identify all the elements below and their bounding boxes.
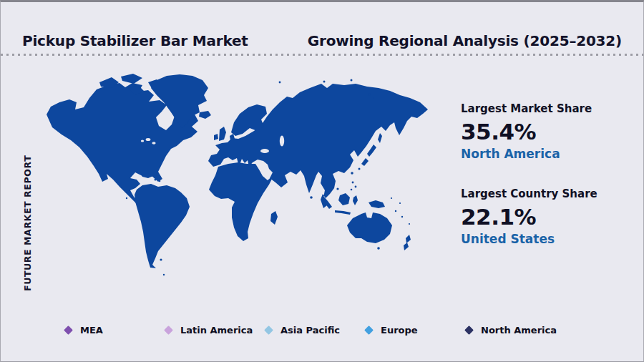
legend: MEA Latin America Asia Pacific Europe No… (65, 320, 629, 340)
page-title: Pickup Stabilizer Bar Market (22, 32, 248, 49)
dotted-divider (1, 54, 643, 56)
continent-south-america (135, 184, 190, 268)
stat-region: United States (461, 232, 640, 246)
continent-australia (347, 212, 392, 243)
legend-label: Latin America (180, 325, 253, 336)
legend-item-north-america: North America (466, 325, 566, 336)
world-map (44, 67, 434, 281)
legend-item-europe: Europe (366, 325, 466, 336)
stat-country-share: Largest Country Share 22.1% United State… (461, 187, 640, 246)
infographic-frame: Pickup Stabilizer Bar Market Growing Reg… (0, 0, 644, 362)
legend-label: Asia Pacific (280, 325, 340, 336)
subtitle: Growing Regional Analysis (2025–2032) (308, 32, 622, 49)
report-watermark: FUTURE MARKET REPORT (22, 168, 33, 291)
diamond-marker-icon (64, 326, 73, 335)
legend-label: MEA (80, 325, 103, 336)
diamond-marker-icon (264, 326, 273, 335)
stat-market-share: Largest Market Share 35.4% North America (461, 102, 640, 161)
indonesia-islands (321, 193, 385, 215)
stats-panel: Largest Market Share 35.4% North America… (461, 102, 640, 273)
header: Pickup Stabilizer Bar Market Growing Reg… (1, 2, 643, 54)
british-isles (214, 127, 226, 141)
stat-label: Largest Country Share (461, 187, 640, 200)
legend-item-mea: MEA (65, 325, 165, 336)
continent-africa (209, 162, 274, 241)
world-map-container (44, 67, 434, 281)
stat-label: Largest Market Share (461, 102, 640, 115)
diamond-marker-icon (164, 326, 173, 335)
legend-label: North America (481, 325, 557, 336)
legend-item-latin-america: Latin America (165, 325, 265, 336)
legend-label: Europe (381, 325, 418, 336)
stat-region: North America (461, 147, 640, 161)
stat-value: 22.1% (461, 204, 640, 230)
legend-item-asia-pacific: Asia Pacific (265, 325, 366, 336)
diamond-marker-icon (464, 326, 474, 335)
iceland (199, 111, 211, 119)
diamond-marker-icon (364, 326, 374, 335)
stat-value: 35.4% (461, 119, 640, 145)
madagascar (270, 211, 278, 225)
